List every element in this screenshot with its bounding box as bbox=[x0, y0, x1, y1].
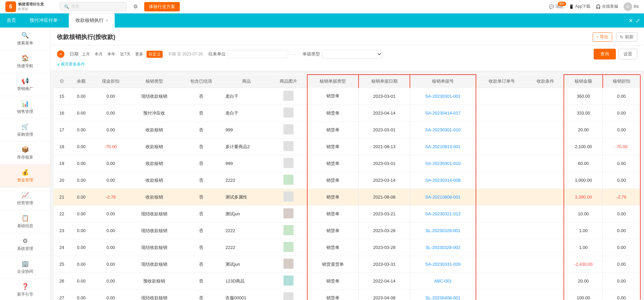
sidebar-item-basic-info[interactable]: 📋 基础信息 bbox=[0, 210, 50, 233]
cell-bill-no[interactable]: ABC-001 bbox=[410, 273, 476, 290]
table-row: 16 0.00 0.00 预付冲应收 否 老白干 销货单 2023-04-14 … bbox=[54, 105, 640, 122]
tab-writeoff-close[interactable]: × bbox=[106, 18, 108, 23]
cell-bill-no[interactable]: SA-20230321-012 bbox=[410, 206, 476, 222]
cell-bill-no[interactable]: SL-20230328-002 bbox=[410, 239, 476, 256]
user-menu[interactable]: R Rit bbox=[624, 2, 639, 11]
app-download-button[interactable]: 📱 App下载 bbox=[569, 4, 590, 9]
cell-bill-date: 2023-03-28 bbox=[359, 222, 410, 239]
cell-order-no bbox=[476, 256, 527, 273]
cell-settled: 否 bbox=[179, 222, 223, 239]
gear-button[interactable]: ⚙ bbox=[131, 2, 140, 11]
system-icon: ⚙ bbox=[22, 237, 28, 245]
cell-bill-no[interactable]: SA-20230301-010 bbox=[410, 122, 476, 138]
date-opt-more[interactable]: 更多 bbox=[134, 51, 145, 58]
tab-writeoff[interactable]: 收款核销执行 × bbox=[69, 13, 115, 28]
app-icon: 📱 bbox=[569, 4, 574, 9]
app-download-label: App下载 bbox=[575, 4, 590, 9]
sidebar-item-operations[interactable]: 📈 经营管理 bbox=[0, 187, 50, 210]
cell-bill-date: 2023-03-01 bbox=[359, 122, 410, 138]
cell-amount: 60.00 bbox=[564, 155, 603, 172]
table-row: 22 0.00 0.00 现结收款核销 否 测试jun 销货单 2023-03-… bbox=[54, 206, 640, 222]
cell-product: 老白干 bbox=[223, 105, 270, 122]
cell-bill-date: 2023-03-21 bbox=[359, 206, 410, 222]
query-button[interactable]: 查询 bbox=[594, 49, 616, 59]
partner-input[interactable] bbox=[228, 50, 288, 58]
cell-id: 17 bbox=[54, 122, 70, 138]
cell-bill-type: 销货单 bbox=[307, 155, 359, 172]
filter-expand-row: ∨ 展开更多条件 bbox=[57, 59, 637, 67]
sidebar-item-inventory[interactable]: 📦 库存核算 bbox=[0, 142, 50, 165]
expand-more-button[interactable]: ∨ 展开更多条件 bbox=[57, 61, 637, 67]
cell-product: 123D商品 bbox=[223, 273, 270, 290]
cell-bill-no[interactable]: SL-20230408-001 bbox=[410, 290, 476, 300]
cell-product-img bbox=[270, 105, 307, 122]
cell-bill-type: 销货单 bbox=[307, 105, 359, 122]
sidebar-item-quick-nav[interactable]: 🏠 快捷导航 bbox=[0, 50, 50, 73]
search-icon: 🔍 bbox=[64, 4, 69, 9]
cell-balance: 0.00 bbox=[70, 105, 93, 122]
online-service-button[interactable]: 🎧 在线客服 bbox=[596, 4, 618, 9]
solution-button[interactable]: 体验行业方案 bbox=[144, 2, 180, 11]
cell-discount: 0.00 bbox=[93, 256, 129, 273]
export-button[interactable]: ↑ 导出 bbox=[593, 32, 612, 42]
settings-button[interactable]: 设置 bbox=[619, 49, 637, 59]
cell-settled: 否 bbox=[179, 155, 223, 172]
cell-bill-no[interactable]: SA-20230331-026 bbox=[410, 256, 476, 273]
top-search-box[interactable]: 🔍 搜索 bbox=[60, 2, 127, 11]
cell-product: 2222 bbox=[223, 239, 270, 256]
sidebar-label-quick-nav: 快捷导航 bbox=[17, 63, 33, 69]
date-opt-last-month[interactable]: 上月 bbox=[80, 51, 91, 58]
filter-collapse-button[interactable]: » bbox=[57, 50, 64, 58]
tab-home[interactable]: 首页 bbox=[0, 13, 23, 28]
table-row: 27 0.00 0.00 现结收款核销 否 衣服00001 销货单 2023-0… bbox=[54, 290, 640, 300]
cell-id: 27 bbox=[54, 290, 70, 300]
content-area: 收款核销执行(按收款) ↑ 导出 ↻ 刷新 » 日期 上月 bbox=[50, 28, 644, 300]
sidebar-label-sales: 销售管理 bbox=[17, 109, 33, 115]
cell-settled: 否 bbox=[179, 172, 223, 189]
maximize-icon[interactable]: ⤢ bbox=[636, 17, 640, 24]
sidebar-label-corp: 企业协同 bbox=[17, 269, 33, 274]
cell-type: 收款核销 bbox=[129, 138, 179, 155]
messages-button[interactable]: 💬 消息 99+ bbox=[549, 4, 564, 9]
bill-type-select[interactable] bbox=[322, 50, 382, 58]
th-settled: 包含已结清 bbox=[179, 75, 223, 88]
date-opt-this-year[interactable]: 本年 bbox=[106, 51, 117, 58]
sidebar-item-sales[interactable]: 📊 销售管理 bbox=[0, 96, 50, 119]
sidebar-item-search[interactable]: 🔍 搜索菜单 bbox=[0, 28, 50, 50]
sidebar-item-marketing[interactable]: 📢 营销推广 bbox=[0, 73, 50, 96]
refresh-button[interactable]: ↻ 刷新 bbox=[616, 32, 637, 42]
sidebar-item-finance[interactable]: 💰 资金管理 bbox=[0, 165, 50, 187]
cell-bill-no[interactable]: SL-20230328-001 bbox=[410, 222, 476, 239]
cell-bill-no[interactable]: SA-20210808-001 bbox=[410, 189, 476, 206]
table-row: 23 0.00 0.00 现结收款核销 否 2222 销货单 2023-03-2… bbox=[54, 222, 640, 239]
cell-bill-no[interactable]: SA-20230314-008 bbox=[410, 172, 476, 189]
sidebar-item-guide[interactable]: ❓ 新手引导 bbox=[0, 279, 50, 300]
sidebar-item-corp[interactable]: 🏢 企业协同 bbox=[0, 256, 50, 279]
tab-prepay-close[interactable]: × bbox=[60, 18, 62, 23]
cell-balance: 0.00 bbox=[70, 222, 93, 239]
table-row: 26 0.00 0.00 预收款核销 否 123D商品 销货单 2022-04-… bbox=[54, 273, 640, 290]
tab-prepay[interactable]: 预付冲应付单 × bbox=[23, 13, 69, 28]
logo-icon: 6 bbox=[5, 1, 16, 12]
cell-bill-date: 2021-08-08 bbox=[359, 189, 410, 206]
cell-bill-no[interactable]: SA-20210813-001 bbox=[410, 138, 476, 155]
sidebar-item-purchase[interactable]: 🛒 采购管理 bbox=[0, 119, 50, 142]
cell-order-no bbox=[476, 290, 527, 300]
cell-id: 19 bbox=[54, 155, 70, 172]
date-label: 日期 bbox=[70, 51, 78, 57]
cell-bill-no[interactable]: SA-20230414-017 bbox=[410, 105, 476, 122]
cell-product: 老白干 bbox=[223, 88, 270, 105]
th-order-no: 收款单订单号 bbox=[476, 75, 527, 88]
date-opt-this-month[interactable]: 本月 bbox=[93, 51, 104, 58]
cell-bill-no[interactable]: SA-20230301-001 bbox=[410, 88, 476, 105]
cell-bill-no[interactable]: SA-20230301-010 bbox=[410, 155, 476, 172]
close-window-icon[interactable]: ✕ bbox=[629, 17, 633, 24]
date-opt-custom[interactable]: 自定义 bbox=[147, 51, 163, 58]
table-row: 15 0.00 0.00 现结收款核销 否 老白干 销货单 2023-03-01… bbox=[54, 88, 640, 105]
date-opt-7days[interactable]: 近7天 bbox=[119, 51, 132, 58]
sidebar-item-system[interactable]: ⚙ 系统管理 bbox=[0, 233, 50, 256]
th-settings[interactable]: ⚙ bbox=[54, 75, 70, 88]
cell-amount: 333.00 bbox=[564, 105, 603, 122]
partner-dots[interactable]: ··· bbox=[290, 51, 297, 58]
cell-bill-type: 销货单 bbox=[307, 206, 359, 222]
